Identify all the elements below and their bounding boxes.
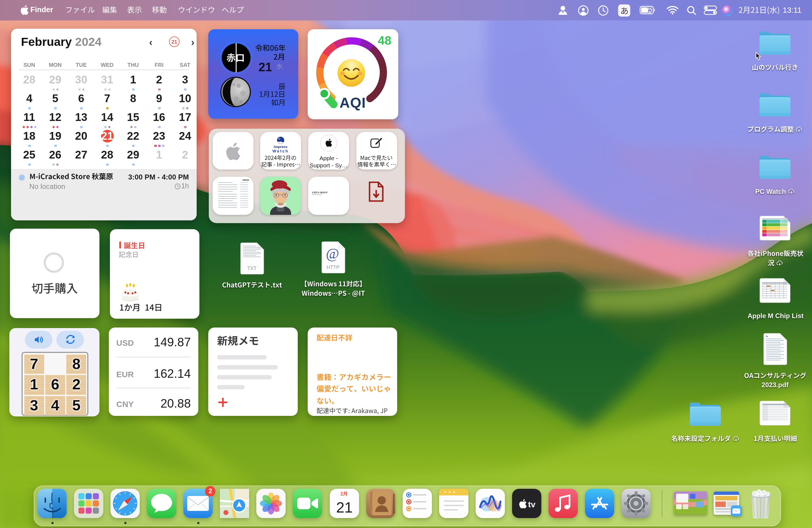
svg-text:TXT: TXT (247, 265, 256, 271)
svg-text:21: 21 (336, 499, 352, 516)
svg-text:HTTP: HTTP (327, 265, 340, 270)
svg-text:@: @ (326, 246, 339, 262)
svg-text:tv: tv (528, 500, 536, 509)
